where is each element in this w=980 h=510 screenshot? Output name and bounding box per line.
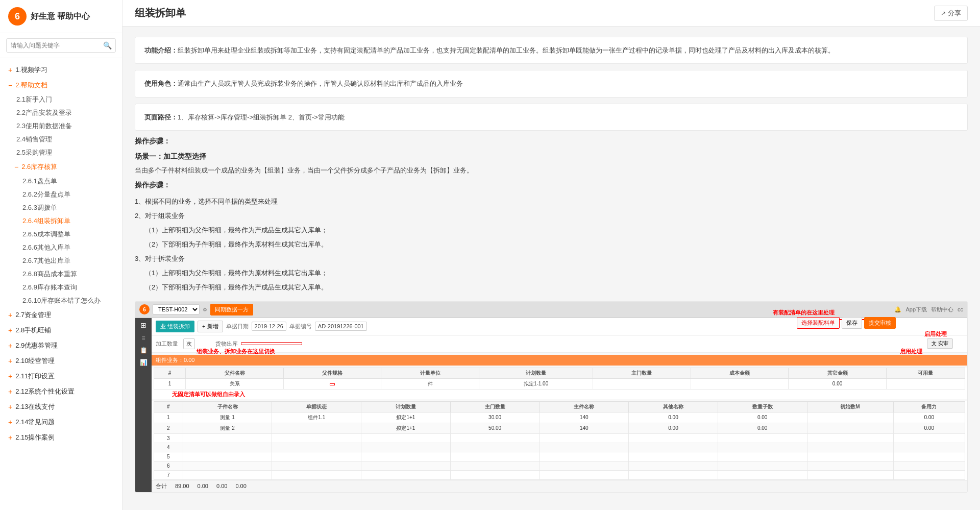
screenshot-qty-label: 加工数量 [156, 340, 178, 348]
intro-text: 组装拆卸单用来处理企业组装或拆卸等加工业务，支持有固定装配清单的产品加工业务，也… [178, 46, 835, 54]
search-area: 🔍 [0, 33, 122, 58]
screenshot-confirm-btn[interactable]: 文 实审 [927, 338, 953, 349]
sidebar-item-data-prep[interactable]: 2.3使用前数据准备 [0, 119, 122, 133]
role-block: 使用角色：通常由生产人员或库管人员完成拆装业务的操作，库管人员确认原材料的出库和… [135, 70, 968, 97]
expand-icon-s1: + [8, 66, 12, 74]
sidebar-item-faq[interactable]: + 2.14常见问题 [0, 415, 122, 430]
table-row: 6 [154, 461, 965, 470]
annotation-enable2: 启用处理 [900, 348, 922, 355]
sidebar-item-customize[interactable]: + 2.12系统个性化设置 [0, 384, 122, 399]
expand-icon-s211: + [8, 372, 12, 380]
col-num: # [154, 368, 186, 378]
footer-val1: 89.00 [175, 483, 189, 489]
nav-tree: + 1.视频学习 − 2.帮助文档 2.1新手入门 2.2产品安装及登录 2.3… [0, 58, 122, 510]
step-3-1: （1）上部明细为父件明细，最终作为原材料生成其它出库单； [145, 266, 968, 280]
screenshot-chart-icon: 📊 [140, 359, 148, 366]
role-text: 通常由生产人员或库管人员完成拆装业务的操作，库管人员确认原材料的出库和产成品的入… [178, 80, 463, 87]
ops-section: 操作步骤： 场景一：加工类型选择 当由多个子件材料组装成一个成品的业务为【组装】… [135, 137, 968, 294]
screenshot-upper-table: # 父件名称 父件规格 计量单位 计划数量 主门数量 成本金额 其它金额 可用量 [154, 368, 965, 390]
lower-table-header: # 子件名称 单据状态 计划数量 主门数量 主件名称 其他名称 数量子数 初始数 [154, 401, 965, 412]
screenshot-new-btn[interactable]: + 新增 [198, 321, 223, 332]
screenshot-company-select[interactable]: TEST-H002 [153, 304, 200, 314]
expand-icon-s27: + [8, 311, 12, 319]
expand-icon-s214: + [8, 418, 12, 426]
screenshot-date-val: 2019-12-26 [252, 322, 286, 331]
step-1: 1、根据不同的业务，选择不同单据的类型来处理 [135, 195, 968, 208]
sidebar-item-install[interactable]: 2.2产品安装及登录 [0, 106, 122, 119]
sidebar-item-transfer[interactable]: 2.6.3调拨单 [0, 201, 122, 214]
footer-val2: 0.00 [198, 483, 208, 489]
sub-col-child: 子件名称 [183, 401, 272, 412]
expand-icon-s29: + [8, 342, 12, 350]
expand-icon-s215: + [8, 433, 12, 442]
sidebar-item-sales[interactable]: 2.4销售管理 [0, 133, 122, 146]
scenario1-title: 场景一：加工类型选择 [135, 152, 968, 161]
table-row: 4 [154, 443, 965, 452]
sidebar-item-mgmt[interactable]: + 2.10经营管理 [0, 353, 122, 369]
sidebar-item-partial-check[interactable]: 2.6.2分量盘点单 [0, 188, 122, 201]
path-block: 页面路径：1、库存核算->库存管理->组装拆卸单 2、首页->常用功能 [135, 104, 968, 131]
screenshot-toolbar: 业 组装拆卸 + 新增 单据日期 2019-12-26 单据编号 AD-2019… [152, 318, 967, 335]
expand-icon-s212: + [8, 387, 12, 396]
screenshot-user-icon: cc [958, 306, 963, 312]
sidebar-item-finance[interactable]: + 2.7资金管理 [0, 307, 122, 323]
step-2-2: （2）下部明细为子件明细，最终作为原材料生成其它出库单。 [145, 238, 968, 251]
sidebar-item-beginner[interactable]: 2.1新手入门 [0, 93, 122, 106]
cell-unit: 件 [381, 378, 479, 389]
sidebar-item-mobile[interactable]: + 2.8手机旺铺 [0, 323, 122, 338]
screenshot-app-icon: App下载 [905, 306, 927, 313]
sidebar-item-coupon[interactable]: + 2.9优惠券管理 [0, 338, 122, 353]
mock-screenshot: 6 TEST-H002 ⚙ 同期数据一方 🔔 App下载 帮助中心 cc [135, 302, 967, 492]
ops-steps-title: 操作步骤： [135, 181, 968, 190]
screenshot-form-area: 加工数量 次 组装业务、拆卸业务在这里切换 货物出库 启用处理 [152, 335, 967, 353]
col-other: 其它金额 [789, 368, 887, 378]
main-area: 组装拆卸单 ↗ 分享 功能介绍：组装拆卸单用来处理企业组装或拆卸等加工业务，支持… [122, 0, 980, 510]
sub-col-status: 单据状态 [272, 401, 361, 412]
screenshot-warehouse-input[interactable] [241, 342, 302, 345]
sidebar-item-video[interactable]: + 1.视频学习 [0, 62, 122, 78]
sidebar-item-purchase[interactable]: 2.5采购管理 [0, 146, 122, 159]
screenshot-select-bom-btn[interactable]: 选择装配料单 [797, 317, 840, 329]
sidebar-item-inventory[interactable]: − 2.6库存核算 [0, 159, 122, 175]
sidebar-item-assembly[interactable]: 2.6.4组装拆卸单 [0, 214, 122, 228]
share-button[interactable]: ↗ 分享 [934, 6, 968, 21]
sidebar-item-other-out[interactable]: 2.6.7其他出库单 [0, 254, 122, 268]
sidebar-item-cost-recalc[interactable]: 2.6.8商品成本重算 [0, 268, 122, 281]
screenshot-qty-val: 次 [183, 338, 195, 349]
annotation-free-entry: 无固定清单可以做组自由录入 [152, 390, 967, 399]
expand-icon-s210: + [8, 357, 12, 365]
cell-spec [283, 378, 381, 389]
step-2: 2、对于组装业务 [135, 209, 968, 223]
collapse-icon-s26: − [14, 163, 18, 171]
col-parent-spec: 父件规格 [283, 368, 381, 378]
screenshot-tab-assembly[interactable]: 业 组装拆卸 [156, 321, 194, 332]
path-label: 页面路径： [144, 113, 178, 121]
sidebar: 6 好生意 帮助中心 🔍 + 1.视频学习 − 2.帮助文档 2.1新手入门 2… [0, 0, 122, 510]
sub-col-main: 主门数量 [450, 401, 540, 412]
sidebar-item-payment[interactable]: + 2.13在线支付 [0, 399, 122, 415]
sidebar-item-cases[interactable]: + 2.15操作案例 [0, 430, 122, 445]
sub-col-planned: 计划数量 [361, 401, 451, 412]
sidebar-item-ledger-fix[interactable]: 2.6.10库存账本错了怎么办 [0, 294, 122, 307]
sidebar-item-help-docs[interactable]: − 2.帮助文档 [0, 78, 122, 93]
sidebar-item-ledger[interactable]: 2.6.9库存账本查询 [0, 281, 122, 294]
screenshot-docnum-val: AD-20191226-001 [315, 322, 367, 331]
search-input[interactable] [6, 38, 116, 53]
cell-avail [886, 378, 965, 389]
sidebar-item-other-in[interactable]: 2.6.6其他入库单 [0, 241, 122, 254]
cell-spec-red [330, 383, 335, 385]
path-text: 1、库存核算->库存管理->组装拆卸单 2、首页->常用功能 [178, 113, 345, 121]
intro-label: 功能介绍： [144, 46, 178, 54]
cell-planned: 拟定1-1.00 [479, 378, 593, 389]
sidebar-item-stock-check[interactable]: 2.6.1盘点单 [0, 175, 122, 188]
share-icon: ↗ [941, 10, 946, 17]
table-row: 1 关系 件 拟定1-1.00 0.00 [154, 378, 965, 389]
screenshot-save-btn[interactable]: 保存 [842, 317, 862, 329]
sidebar-item-cost-adj[interactable]: 2.6.5成本调整单 [0, 228, 122, 241]
screenshot-lower-table: # 子件名称 单据状态 计划数量 主门数量 主件名称 其他名称 数量子数 初始数 [154, 401, 965, 480]
page-title: 组装拆卸单 [135, 6, 186, 20]
footer-val4: 0.00 [235, 483, 246, 489]
sidebar-item-print[interactable]: + 2.11打印设置 [0, 369, 122, 384]
screenshot-submit-btn[interactable]: 提交审核 [864, 317, 896, 329]
screenshot-sync-btn[interactable]: 同期数据一方 [210, 304, 253, 315]
